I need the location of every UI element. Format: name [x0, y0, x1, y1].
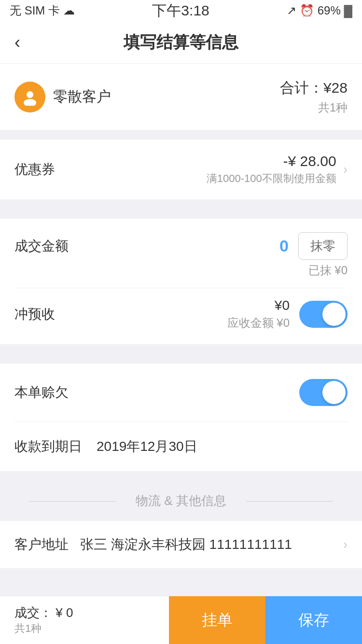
- coupon-label: 优惠券: [14, 160, 55, 179]
- bottom-count: 共1种: [14, 621, 169, 636]
- duedate-value[interactable]: 2019年12月30日: [97, 437, 197, 456]
- page-title: 填写结算等信息: [124, 31, 238, 54]
- status-time: 下午3:18: [152, 1, 209, 21]
- hold-button[interactable]: 挂单: [169, 596, 265, 644]
- bottom-info: 成交： ¥ 0 共1种: [0, 596, 169, 644]
- arrears-row: 本单赊欠: [0, 364, 362, 421]
- logistics-header: 物流 & 其他信息: [0, 481, 362, 521]
- arrears-toggle[interactable]: [299, 379, 348, 406]
- transaction-section: 成交金额 0 抹零 已抹 ¥0: [0, 219, 362, 288]
- arrears-toggle-knob: [322, 381, 346, 404]
- transaction-top: 成交金额 0 抹零: [14, 232, 348, 260]
- prereceive-right: ¥0 应收金额 ¥0: [227, 298, 348, 331]
- coupon-row[interactable]: 优惠券 -¥ 28.00 满1000-100不限制使用金额 ›: [0, 140, 362, 199]
- coupon-right-area: -¥ 28.00 满1000-100不限制使用金额 ›: [207, 153, 348, 186]
- status-right: ↗ ⏰ 69% ▓: [287, 4, 352, 17]
- pre-amount: ¥0: [227, 298, 290, 313]
- toggle-knob: [322, 303, 346, 326]
- save-button[interactable]: 保存: [265, 596, 362, 644]
- prereceive-toggle[interactable]: [299, 301, 348, 328]
- address-card[interactable]: 客户地址 张三 海淀永丰科技园 11111111111 ›: [0, 521, 362, 568]
- address-chevron-icon: ›: [343, 537, 348, 552]
- coupon-card[interactable]: 优惠券 -¥ 28.00 满1000-100不限制使用金额 ›: [0, 140, 362, 199]
- coupon-info: -¥ 28.00 满1000-100不限制使用金额: [207, 153, 336, 186]
- bottom-trans-value: ¥ 0: [56, 605, 73, 620]
- nav-bar: ‹ 填写结算等信息: [0, 21, 362, 64]
- duedate-label: 收款到期日: [14, 437, 82, 456]
- address-label: 客户地址: [14, 535, 69, 554]
- bottom-bar: 成交： ¥ 0 共1种 挂单 保存: [0, 596, 362, 644]
- bottom-trans-label: 成交：: [14, 605, 52, 620]
- svg-point-1: [24, 99, 36, 106]
- section-separator-1: [0, 209, 362, 219]
- status-bar: 无 SIM 卡 ☁ 下午3:18 ↗ ⏰ 69% ▓: [0, 0, 362, 21]
- transaction-controls: 0 抹零: [279, 232, 348, 260]
- round-off-button[interactable]: 抹零: [298, 232, 348, 260]
- customer-info: 零散客户: [14, 82, 111, 112]
- prereceive-row: 冲预收 ¥0 应收金额 ¥0: [0, 288, 362, 344]
- arrears-card: 本单赊欠 收款到期日 2019年12月30日: [0, 364, 362, 471]
- back-button[interactable]: ‹: [14, 32, 20, 53]
- coupon-amount: -¥ 28.00: [207, 153, 336, 169]
- arrears-label: 本单赊欠: [14, 383, 69, 402]
- transaction-card: 成交金额 0 抹零 已抹 ¥0 冲预收 ¥0 应收金额 ¥0: [0, 219, 362, 344]
- total-count: 共1种: [280, 100, 348, 115]
- section-separator-2: [0, 354, 362, 364]
- coupon-desc: 满1000-100不限制使用金额: [207, 171, 336, 186]
- address-value: 张三 海淀永丰科技园 11111111111: [80, 535, 343, 554]
- status-left: 无 SIM 卡 ☁: [10, 3, 75, 18]
- sim-status: 无 SIM 卡 ☁: [10, 3, 75, 18]
- customer-name: 零散客户: [53, 87, 111, 107]
- customer-total: 合计：¥28 共1种: [280, 78, 348, 115]
- customer-row: 零散客户 合计：¥28 共1种: [0, 64, 362, 130]
- bottom-trans: 成交： ¥ 0: [14, 604, 169, 621]
- transaction-sub: 已抹 ¥0: [14, 263, 348, 278]
- prereceive-amounts: ¥0 应收金额 ¥0: [227, 298, 290, 331]
- svg-point-0: [27, 91, 33, 98]
- pre-sub: 应收金额 ¥0: [227, 315, 290, 331]
- avatar: [14, 82, 45, 112]
- battery-status: ↗ ⏰ 69% ▓: [287, 4, 352, 17]
- duedate-row: 收款到期日 2019年12月30日: [0, 422, 362, 471]
- prereceive-label: 冲预收: [14, 305, 55, 323]
- address-row[interactable]: 客户地址 张三 海淀永丰科技园 11111111111 ›: [0, 521, 362, 568]
- transaction-value[interactable]: 0: [279, 237, 289, 255]
- chevron-right-icon: ›: [343, 162, 348, 177]
- transaction-label: 成交金额: [14, 237, 69, 255]
- customer-card: 零散客户 合计：¥28 共1种: [0, 64, 362, 130]
- total-amount: 合计：¥28: [280, 78, 348, 98]
- logistics-label: 物流 & 其他信息: [136, 493, 226, 508]
